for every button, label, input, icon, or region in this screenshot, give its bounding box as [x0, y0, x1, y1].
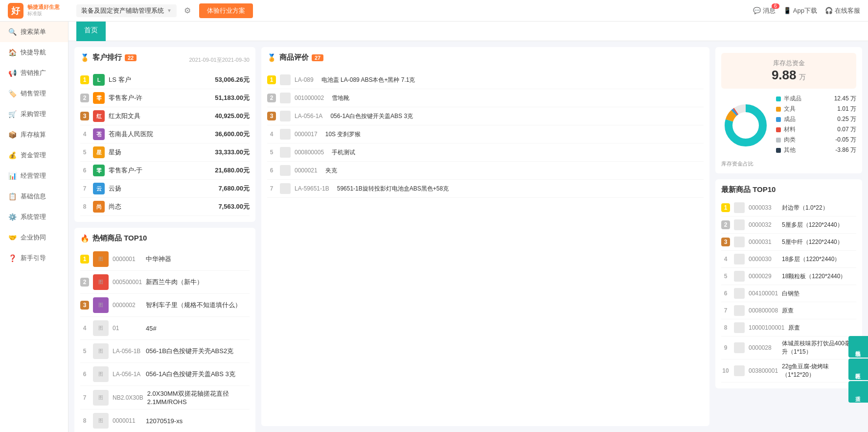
- mp-code: 0000017: [295, 131, 318, 138]
- tab-home[interactable]: 首页: [76, 22, 106, 41]
- sidebar-item-inventory[interactable]: 📦 库存核算: [0, 124, 68, 145]
- left-column: 🏅 客户排行 22 2021-09-01至2021-09-30 1 L LS 客…: [74, 47, 255, 426]
- rank-number: 4: [80, 130, 89, 139]
- message-button[interactable]: 💬 消息 6: [753, 6, 776, 15]
- online-service-button[interactable]: 🎧 在线客服: [825, 6, 860, 15]
- top-bar: 好 畅捷通好生意 标准版 装备及固定资产辅助管理系统 ▼ ⚙ 体验行业方案 💬 …: [0, 0, 868, 22]
- app-download-button[interactable]: 📱 App下载: [783, 6, 817, 15]
- rank-number: 5: [80, 148, 89, 157]
- sidebar-operation-label: 经营管理: [21, 171, 46, 180]
- brand-sub: 标准版: [27, 10, 60, 17]
- new-product-item: 9 0000028 体城蔗枝味苏打饮品400毫升（1*15）: [721, 336, 856, 360]
- sidebar-item-system[interactable]: ⚙️ 系统管理: [0, 207, 68, 227]
- np-code: 0000028: [749, 344, 778, 351]
- new-product-item: 2 0000032 5厘多层（1220*2440）: [721, 216, 856, 234]
- system-selector[interactable]: 装备及固定资产辅助管理系统 ▼: [76, 4, 177, 17]
- hp-image: 图: [93, 390, 109, 406]
- np-name: 22g鱼豆腐-烧烤味（1*12*20）: [782, 362, 856, 379]
- np-code: 0000032: [749, 221, 778, 228]
- hp-image: 图: [93, 343, 109, 359]
- np-name: 白钢垫: [782, 289, 856, 298]
- mid-product-item: 5 000800005 手机测试: [267, 144, 704, 162]
- mid-product-item: 6 0000021 夹克: [267, 162, 704, 180]
- rank-item: 5 星 星扬 33,333.00元: [80, 144, 250, 162]
- mp-code: LA-59651-1B: [295, 185, 329, 192]
- hp-rank-num: 2: [80, 278, 89, 287]
- sidebar-system-label: 系统管理: [21, 213, 46, 221]
- sidebar-item-sales[interactable]: 🏷️ 销售管理: [0, 83, 68, 104]
- product-review-title: 🏅 商品评价 27: [267, 53, 323, 62]
- purchase-icon: 🛒: [8, 110, 17, 119]
- float-live[interactable]: 直播: [848, 381, 868, 403]
- inventory-icon: 📦: [8, 130, 17, 139]
- rank-name: LS 客户: [109, 75, 211, 84]
- star-icon: 🏅: [267, 53, 276, 62]
- hp-rank-num: 7: [80, 393, 89, 402]
- float-customer-service[interactable]: 客服热线: [848, 336, 868, 358]
- legend-item-stationery: 文具 1.01 万: [776, 105, 856, 113]
- float-service-community[interactable]: 服务社区: [848, 359, 868, 380]
- sidebar-item-basic[interactable]: 📋 基础信息: [0, 186, 68, 207]
- mp-code: 001000002: [295, 95, 324, 101]
- inventory-total: 库存总资金 9.88 万: [721, 53, 856, 89]
- corp-icon: 🤝: [8, 233, 17, 242]
- legend-val-semifinished: 12.45 万: [834, 95, 856, 103]
- hp-name: 45#: [146, 325, 250, 332]
- mp-rank-num: 6: [267, 166, 276, 175]
- sidebar-item-finance[interactable]: 💰 资金管理: [0, 145, 68, 166]
- inventory-amount: 9.88: [772, 68, 797, 82]
- mp-name: 手机测试: [332, 148, 704, 157]
- headset-icon: 🎧: [825, 7, 833, 14]
- settings-icon[interactable]: ⚙: [180, 3, 195, 19]
- mp-image: [280, 147, 291, 158]
- hp-image: 图: [93, 366, 109, 382]
- rank-avatar: 苍: [93, 128, 105, 140]
- np-image: [734, 365, 745, 376]
- new-product-item: 7 000800008 原查: [721, 302, 856, 319]
- mp-rank-num: 2: [267, 94, 276, 102]
- sidebar-item-guide[interactable]: ❓ 新手引导: [0, 248, 68, 268]
- new-product-item: 6 004100001 白钢垫: [721, 285, 856, 302]
- trial-button[interactable]: 体验行业方案: [199, 3, 253, 18]
- rank-item: 6 零 零售客户-于 21,680.00元: [80, 162, 250, 180]
- customer-rank-list: 1 L LS 客户 53,006.26元 2 零 零售客户-许 51,183.0…: [80, 71, 250, 216]
- hot-product-item: 1 图 0000001 中华神器: [80, 248, 250, 271]
- legend-dot-stationery: [776, 107, 781, 112]
- legend-item-other: 其他 -3.86 万: [776, 146, 856, 154]
- system-icon: ⚙️: [8, 213, 17, 221]
- np-name: 原查: [782, 307, 856, 315]
- rank-avatar: 红: [93, 110, 105, 122]
- rank-item: 7 云 云扬 7,680.00元: [80, 180, 250, 198]
- np-image: [734, 342, 745, 353]
- np-rank-num: 9: [721, 343, 730, 352]
- new-product-item: 8 10000100001 原査: [721, 319, 856, 336]
- hp-rank-num: 8: [80, 416, 89, 425]
- mp-code: 000800005: [295, 149, 324, 156]
- mp-rank-num: 1: [267, 75, 276, 84]
- np-image: [734, 288, 745, 299]
- rank-name: 苍南县人民医院: [109, 130, 211, 139]
- legend-item-semifinished: 半成品 12.45 万: [776, 95, 856, 103]
- rank-number: 6: [80, 166, 89, 175]
- mp-name: 10S 变刹罗猴: [325, 130, 704, 139]
- sidebar-item-search[interactable]: 🔍 搜索菜单: [0, 22, 68, 42]
- sidebar-item-marketing[interactable]: 📢 营销推广: [0, 63, 68, 83]
- rank-item: 3 红 红太阳文具 40,925.00元: [80, 107, 250, 125]
- hp-code: LA-056-1B: [113, 348, 142, 355]
- new-product-item: 1 0000033 封边带（1.0*22）: [721, 199, 856, 216]
- main-tabs: 首页: [69, 22, 868, 41]
- sidebar-item-corp[interactable]: 🤝 企业协同: [0, 227, 68, 248]
- rank-amount: 51,183.00元: [215, 94, 250, 102]
- np-code: 0000030: [749, 256, 778, 263]
- sidebar-item-quicknav[interactable]: 🏠 快捷导航: [0, 42, 68, 63]
- np-code: 0000031: [749, 239, 778, 245]
- sidebar-item-purchase[interactable]: 🛒 采购管理: [0, 104, 68, 124]
- mp-code: LA-089: [295, 76, 314, 83]
- right-column: 库存总资金 9.88 万: [715, 47, 862, 426]
- mid-product-item: 3 LA-056-1A 056-1A白色按键开关盖ABS 3克: [267, 107, 704, 125]
- np-rank-num: 4: [721, 255, 730, 264]
- legend-dot-semifinished: [776, 96, 781, 101]
- np-rank-num: 2: [721, 220, 730, 229]
- legend-dot-other: [776, 148, 781, 153]
- sidebar-item-operation[interactable]: 📊 经营管理: [0, 166, 68, 186]
